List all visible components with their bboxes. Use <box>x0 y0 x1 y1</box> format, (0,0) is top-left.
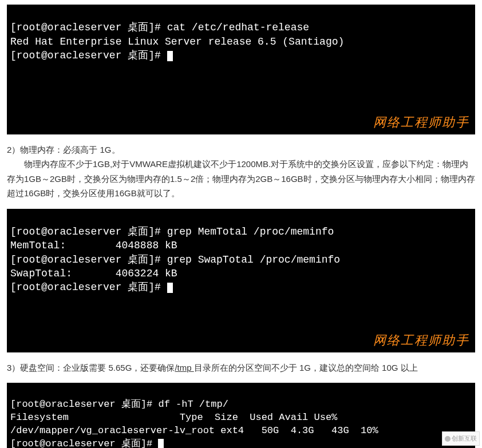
term2-cmd2: grep SwapTotal /proc/meminfo <box>167 254 340 265</box>
term3-prompt2: [root@oracleserver 桌面]# <box>10 438 158 448</box>
term2-prompt1: [root@oracleserver 桌面]# <box>10 226 167 237</box>
term2-out2: SwapTotal: 4063224 kB <box>10 268 177 279</box>
term3-row: /dev/mapper/vg_oracleserver-lv_root ext4… <box>10 425 378 436</box>
section-2-title: 2）物理内存：必须高于 1G。 <box>7 142 475 157</box>
term3-cmd1: df -hT /tmp/ <box>158 399 228 410</box>
section-2-body: 物理内存应不少于1GB,对于VMWARE虚拟机建议不少于1200MB.对于系统中… <box>7 157 475 201</box>
cursor-icon <box>167 283 173 293</box>
section-3-disk: 3）硬盘空间：企业版需要 5.65G，还要确保/tmp 目录所在的分区空间不少于… <box>7 360 475 375</box>
term1-out1: Red Hat Enterprise Linux Server release … <box>10 36 344 47</box>
cursor-icon <box>167 51 173 61</box>
term3-prompt1: [root@oracleserver 桌面]# <box>10 399 158 410</box>
footer-logo: 创新互联 <box>442 431 480 446</box>
terminal-block-1: [root@oracleserver 桌面]# cat /etc/redhat-… <box>7 5 475 134</box>
term2-prompt3: [root@oracleserver 桌面]# <box>10 282 167 293</box>
terminal-block-3: [root@oracleserver 桌面]# df -hT /tmp/ Fil… <box>7 383 475 448</box>
terminal-block-2: [root@oracleserver 桌面]# grep MemTotal /p… <box>7 209 475 352</box>
term3-header: Filesystem Type Size Used Avail Use% <box>10 412 337 423</box>
watermark-2: 网络工程师助手 <box>373 332 469 349</box>
term1-prompt2: [root@oracleserver 桌面]# <box>10 50 167 61</box>
term1-cmd1: cat /etc/redhat-release <box>167 22 309 33</box>
section-3-post: 目录所在的分区空间不少于 1G，建议总的空间给 10G 以上 <box>194 363 418 372</box>
section-2-memory: 2）物理内存：必须高于 1G。 物理内存应不少于1GB,对于VMWARE虚拟机建… <box>7 142 475 201</box>
watermark-1: 网络工程师助手 <box>373 114 469 131</box>
term2-prompt2: [root@oracleserver 桌面]# <box>10 254 167 265</box>
logo-dot-icon <box>445 436 451 442</box>
term2-out1: MemTotal: 4048888 kB <box>10 240 177 251</box>
term2-cmd1: grep MemTotal /proc/meminfo <box>167 226 334 237</box>
footer-logo-text: 创新互联 <box>452 433 477 444</box>
term1-prompt1: [root@oracleserver 桌面]# <box>10 22 167 33</box>
section-3-pre: 3）硬盘空间：企业版需要 5.65G，还要确保 <box>7 363 175 372</box>
section-3-tmp-path: /tmp <box>175 363 193 372</box>
cursor-icon <box>158 439 164 448</box>
